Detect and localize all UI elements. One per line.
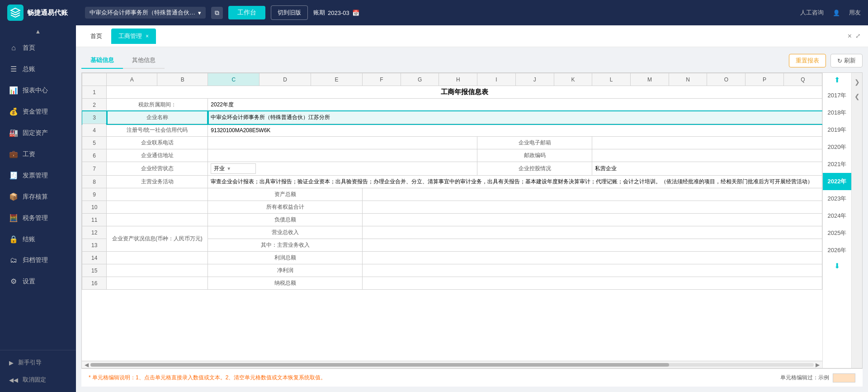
- scroll-right-arrow[interactable]: ▶: [814, 362, 821, 368]
- col-header-m[interactable]: M: [631, 73, 669, 86]
- equity-value[interactable]: [363, 201, 822, 214]
- biz-status-value[interactable]: 开业 ▼: [208, 162, 477, 176]
- year-scroll-down[interactable]: ⬇: [823, 259, 851, 273]
- account-period-value: 2023-03: [328, 10, 349, 16]
- year-item-2019[interactable]: 2019年: [823, 121, 851, 139]
- col-header-d[interactable]: D: [259, 73, 311, 86]
- col-header-o[interactable]: O: [707, 73, 745, 86]
- year-item-2025[interactable]: 2025年: [823, 225, 851, 242]
- year-item-2026[interactable]: 2026年: [823, 242, 851, 259]
- col-header-k[interactable]: K: [554, 73, 592, 86]
- sidebar-label-tax: 税务管理: [23, 214, 48, 222]
- tax-period-value[interactable]: 2022年度: [208, 99, 822, 111]
- postcode-value[interactable]: [592, 149, 822, 162]
- year-item-2024[interactable]: 2024年: [823, 207, 851, 225]
- main-biz-value[interactable]: 审查企业会计报表；出具审计报告；验证企业资本；出具验资报告；办理企业合并、分立、…: [208, 176, 822, 188]
- total-debt-value[interactable]: [363, 214, 822, 226]
- net-profit-value[interactable]: [363, 264, 822, 277]
- biz-status-text: 开业: [214, 165, 225, 172]
- email-value[interactable]: [592, 137, 822, 149]
- reg-no-value[interactable]: 91320100MA208E5W6K: [208, 124, 822, 137]
- total-tax-value[interactable]: [363, 277, 822, 290]
- sub-tab-basic[interactable]: 基础信息: [81, 53, 123, 69]
- workbench-button[interactable]: 工作台: [228, 6, 265, 19]
- biz-status-select[interactable]: 开业 ▼: [211, 163, 256, 174]
- sheet-main: A B C D E F G H I J: [82, 73, 822, 368]
- col-header-h[interactable]: H: [439, 73, 477, 86]
- total-revenue-value[interactable]: [363, 226, 822, 239]
- row-num-12: 12: [82, 226, 107, 239]
- company-selector[interactable]: 中审众环会计师事务所（特殊普通合伙… ▾: [85, 7, 206, 19]
- sidebar-item-close[interactable]: 🔒 结账: [0, 229, 76, 250]
- tab-home[interactable]: 首页: [83, 29, 109, 44]
- tab-business[interactable]: 工商管理 ×: [111, 29, 156, 44]
- scroll-left-arrow[interactable]: ◀: [83, 362, 90, 368]
- col-header-q[interactable]: Q: [783, 73, 822, 86]
- year-item-2023[interactable]: 2023年: [823, 190, 851, 207]
- col-header-a[interactable]: A: [107, 73, 157, 86]
- scrollbar-track[interactable]: [90, 363, 814, 367]
- footer-sample-cell: [833, 373, 855, 382]
- refresh-button[interactable]: ↻ 刷新: [830, 54, 863, 67]
- scrollbar-thumb[interactable]: [90, 363, 669, 367]
- sidebar-item-home[interactable]: ⌂ 首页: [0, 38, 76, 58]
- table-row: 7 企业经营状态 开业 ▼ 企业控股情况 私: [82, 162, 822, 176]
- reset-button[interactable]: 重置报表: [789, 54, 826, 67]
- calendar-icon[interactable]: 📅: [352, 10, 359, 16]
- total-profit-value[interactable]: [363, 252, 822, 264]
- sidebar-item-assets[interactable]: 🏭 固定资产: [0, 122, 76, 143]
- col-header-l[interactable]: L: [592, 73, 631, 86]
- col-header-f[interactable]: F: [363, 73, 401, 86]
- phone-label: 企业联系电话: [107, 137, 208, 149]
- year-item-2021[interactable]: 2021年: [823, 156, 851, 173]
- sidebar-item-settings[interactable]: ⚙ 设置: [0, 271, 76, 292]
- sidebar-item-salary[interactable]: 💼 工资: [0, 143, 76, 165]
- sidebar-item-invoice[interactable]: 🧾 发票管理: [0, 165, 76, 186]
- window-close-icon[interactable]: ×: [848, 32, 852, 40]
- horizontal-scrollbar[interactable]: ◀ ▶: [82, 361, 822, 368]
- col-header-j[interactable]: J: [515, 73, 554, 86]
- col-header-b[interactable]: B: [157, 73, 208, 86]
- phone-value[interactable]: [208, 137, 477, 149]
- window-expand-icon[interactable]: ⤢: [855, 32, 861, 40]
- right-expand-button[interactable]: ❮: [853, 91, 862, 102]
- main-revenue-value[interactable]: [363, 239, 822, 252]
- sidebar-scroll-up[interactable]: ▲: [0, 25, 76, 38]
- sheet-title-cell[interactable]: 工商年报信息表: [107, 86, 822, 99]
- col-header-g[interactable]: G: [401, 73, 439, 86]
- address-value[interactable]: [208, 149, 477, 162]
- sidebar-item-guide[interactable]: ▶ 新手引导: [0, 354, 76, 371]
- sub-tab-other[interactable]: 其他信息: [123, 53, 165, 69]
- control-value[interactable]: 私营企业: [592, 162, 822, 176]
- sidebar-item-tax[interactable]: 🧮 税务管理: [0, 207, 76, 229]
- tab-close-icon[interactable]: ×: [146, 33, 149, 39]
- col-header-n[interactable]: N: [669, 73, 707, 86]
- user-avatar-icon: 👤: [833, 10, 840, 16]
- sidebar-label-archive: 归档管理: [23, 256, 48, 264]
- sidebar-item-archive[interactable]: 🗂 归档管理: [0, 250, 76, 271]
- year-item-2017[interactable]: 2017年: [823, 87, 851, 104]
- company-name-value[interactable]: 中审众环会计师事务所（特殊普通合伙）江苏分所: [208, 111, 822, 124]
- service-label[interactable]: 人工咨询: [800, 9, 824, 17]
- total-assets-value[interactable]: [363, 188, 822, 201]
- year-scroll-up[interactable]: ⬆: [823, 73, 851, 87]
- col-header-c[interactable]: C: [208, 73, 259, 86]
- right-collapse-button[interactable]: ❯: [853, 76, 862, 87]
- old-version-button[interactable]: 切到旧版: [271, 5, 308, 20]
- year-item-2018[interactable]: 2018年: [823, 104, 851, 121]
- sheet-table-wrapper[interactable]: A B C D E F G H I J: [82, 73, 822, 361]
- sidebar-item-inventory[interactable]: 📦 库存核算: [0, 186, 76, 207]
- year-item-2022[interactable]: 2022年: [823, 173, 851, 190]
- col-header-i[interactable]: I: [477, 73, 516, 86]
- sidebar-item-unpin[interactable]: ◀◀ 取消固定: [0, 371, 76, 388]
- sidebar-label-invoice: 发票管理: [23, 172, 48, 180]
- sidebar-item-finance[interactable]: 💰 资金管理: [0, 101, 76, 122]
- copy-button[interactable]: ⧉: [211, 7, 223, 19]
- year-item-2020[interactable]: 2020年: [823, 139, 851, 156]
- col-header-p[interactable]: P: [745, 73, 784, 86]
- col-header-e[interactable]: E: [311, 73, 363, 86]
- sidebar-item-ledger[interactable]: ☰ 总账: [0, 58, 76, 80]
- table-row: 6 企业通信地址 邮政编码: [82, 149, 822, 162]
- sidebar-item-report[interactable]: 📊 报表中心: [0, 80, 76, 101]
- net-profit-label: 净利润: [208, 264, 363, 277]
